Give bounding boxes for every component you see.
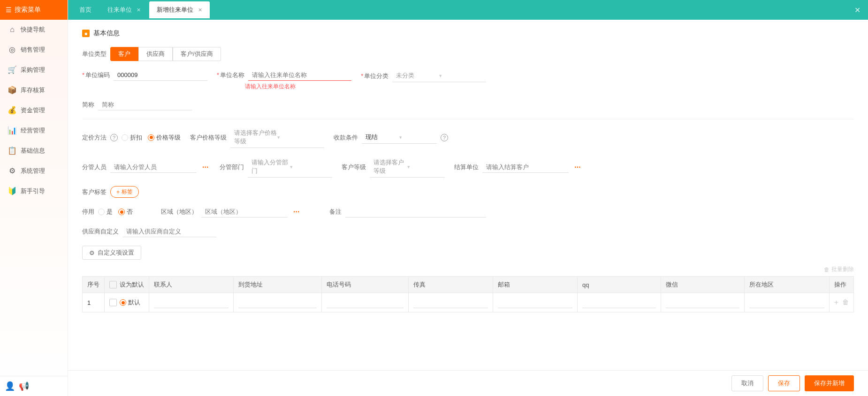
row-region-input[interactable] — [749, 297, 824, 308]
row-contact[interactable] — [149, 293, 234, 312]
customer-tag-group: 客户标签 + 标签 — [82, 186, 139, 198]
settlement-dots-icon[interactable]: ··· — [572, 163, 582, 171]
tab-partners[interactable]: 往来单位 ✕ — [100, 1, 148, 18]
sidebar-item-operations[interactable]: 📊 经营管理 — [0, 120, 68, 140]
short-name-input[interactable] — [98, 99, 192, 110]
radio-discount-circle — [122, 134, 128, 141]
sidebar-item-label: 库存核算 — [21, 86, 45, 94]
sidebar-search-label: 搜索菜单 — [15, 6, 41, 14]
manager-group: 分管人员 ··· — [82, 162, 210, 173]
fax-input[interactable] — [413, 297, 488, 308]
sidebar-item-finance[interactable]: 💰 资金管理 — [0, 100, 68, 120]
region-input[interactable] — [201, 206, 288, 217]
row-wechat[interactable] — [661, 293, 745, 312]
customer-price-level-select[interactable]: 请选择客户价格等级 ▾ — [230, 127, 324, 148]
tab-new-partner[interactable]: 新增往来单位 ✕ — [149, 1, 210, 18]
unit-category-select[interactable]: 未分类 ▾ — [392, 70, 486, 82]
supplier-custom-input[interactable] — [122, 226, 216, 237]
short-name-row: 简称 — [82, 99, 854, 110]
type-btn-customer[interactable]: 客户 — [110, 47, 138, 61]
settlement-unit-input[interactable] — [482, 162, 569, 173]
remark-input[interactable] — [345, 206, 486, 217]
payment-terms-select[interactable]: 现结 ▾ — [362, 131, 437, 144]
phone-input[interactable] — [327, 297, 403, 308]
row-seq: 1 — [83, 293, 105, 312]
payment-terms-help-icon[interactable]: ? — [441, 134, 448, 141]
qq-input[interactable] — [582, 297, 656, 308]
cancel-button[interactable]: 取消 — [731, 375, 763, 391]
unit-code-group: *单位编码 — [82, 70, 207, 81]
row-address[interactable] — [234, 293, 322, 312]
add-tag-button[interactable]: + 标签 — [110, 186, 139, 198]
radio-yes[interactable]: 是 — [98, 208, 113, 216]
row-checkbox[interactable] — [109, 299, 117, 306]
section-icon: ■ — [82, 30, 90, 37]
delete-row-icon[interactable]: 🗑 — [842, 298, 849, 307]
customer-tag-label: 客户标签 — [82, 188, 107, 196]
select-all-checkbox[interactable] — [109, 281, 117, 288]
radio-default-circle — [120, 299, 126, 306]
sidebar-search[interactable]: ☰ 搜索菜单 — [0, 0, 68, 20]
sidebar-item-purchase[interactable]: 🛒 采购管理 — [0, 60, 68, 80]
radio-price-level[interactable]: 价格等级 — [148, 133, 181, 142]
unit-code-input[interactable] — [114, 70, 207, 81]
sidebar-item-inventory[interactable]: 📦 库存核算 — [0, 80, 68, 100]
row-fax[interactable] — [408, 293, 493, 312]
col-email: 邮箱 — [493, 277, 577, 293]
customer-level-select[interactable]: 请选择客户等级 ▾ — [370, 156, 445, 178]
gear-icon: ⚙ — [89, 249, 95, 256]
supplier-custom-label: 供应商自定义 — [82, 227, 119, 236]
sidebar-item-basic-info[interactable]: 📋 基础信息 — [0, 140, 68, 161]
type-btn-supplier[interactable]: 供应商 — [138, 47, 173, 61]
department-select[interactable]: 请输入分管部门 ▾ — [248, 156, 332, 178]
contact-input[interactable] — [154, 297, 228, 308]
settlement-unit-label: 结算单位 — [454, 163, 479, 171]
finance-icon: 💰 — [8, 106, 17, 115]
row-phone[interactable] — [322, 293, 408, 312]
tab-home-label: 首页 — [79, 6, 91, 14]
department-group: 分管部门 请输入分管部门 ▾ — [220, 156, 332, 178]
row-qq[interactable] — [578, 293, 661, 312]
row-region[interactable] — [745, 293, 829, 312]
pricing-help-icon[interactable]: ? — [110, 134, 118, 141]
sidebar-item-guide[interactable]: 🔰 新手引导 — [0, 181, 68, 201]
radio-no[interactable]: 否 — [118, 208, 133, 216]
unit-category-group: *单位分类 未分类 ▾ — [361, 70, 486, 82]
user-icon[interactable]: 👤 — [5, 381, 15, 391]
sidebar-item-system[interactable]: ⚙ 系统管理 — [0, 161, 68, 181]
disable-region-remark-row: 停用 是 否 区域（地区） ··· — [82, 206, 854, 217]
wechat-input[interactable] — [666, 297, 739, 308]
payment-terms-group: 收款条件 现结 ▾ ? — [334, 131, 448, 144]
payment-terms-value: 现结 — [365, 133, 399, 141]
operations-icon: 📊 — [8, 126, 17, 135]
radio-default[interactable]: 默认 — [120, 298, 140, 307]
row-email[interactable] — [493, 293, 577, 312]
save-new-button[interactable]: 保存并新增 — [805, 375, 854, 391]
col-default: 设为默认 — [105, 277, 149, 293]
sidebar-item-sales[interactable]: ◎ 销售管理 — [0, 39, 68, 60]
batch-delete-label[interactable]: 批量删除 — [831, 265, 854, 273]
region-dots-icon[interactable]: ··· — [291, 208, 301, 216]
manager-input[interactable] — [110, 162, 197, 173]
close-partners-icon[interactable]: ✕ — [137, 7, 141, 13]
close-new-partner-icon[interactable]: ✕ — [198, 7, 202, 13]
department-placeholder: 请输入分管部门 — [251, 158, 290, 175]
radio-discount[interactable]: 折扣 — [122, 133, 142, 142]
notification-icon[interactable]: 📢 — [19, 381, 29, 391]
chevron-down-icon3: ▾ — [399, 134, 433, 140]
unit-type-row: 单位类型 客户 供应商 客户/供应商 — [82, 47, 854, 61]
email-input[interactable] — [498, 297, 572, 308]
address-input[interactable] — [238, 297, 317, 308]
tab-bar-close-icon[interactable]: ✕ — [851, 6, 864, 15]
custom-settings-button[interactable]: ⚙ 自定义项设置 — [82, 246, 141, 260]
manager-dots-icon[interactable]: ··· — [200, 163, 210, 171]
add-row-icon[interactable]: + — [834, 298, 838, 307]
radio-no-dot — [120, 210, 123, 214]
remark-label: 备注 — [329, 208, 342, 216]
tab-home[interactable]: 首页 — [72, 1, 99, 18]
type-btn-both[interactable]: 客户/供应商 — [173, 47, 221, 61]
sidebar-item-quick-nav[interactable]: ⌂ 快捷导航 — [0, 20, 68, 39]
radio-yes-circle — [98, 209, 105, 215]
save-button[interactable]: 保存 — [768, 375, 800, 391]
unit-name-input[interactable] — [248, 70, 351, 81]
